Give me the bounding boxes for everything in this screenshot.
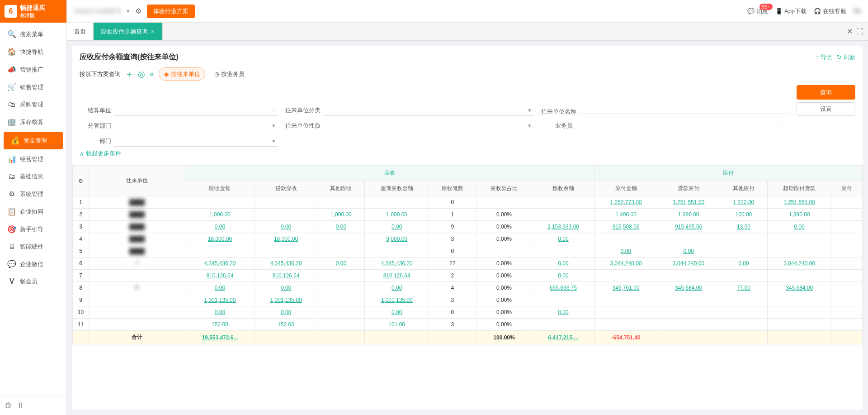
cell-ar_loan[interactable]: 18,000.00 <box>255 233 317 245</box>
sidebar-item-operation[interactable]: 📊 经营管理 <box>0 150 66 168</box>
cell-ar_prepay[interactable]: 0.00 <box>532 270 595 282</box>
header-user[interactable]: Rit <box>854 8 861 14</box>
cell-ar_overdue[interactable]: 0.00 <box>365 221 429 233</box>
total-ar-prepay[interactable]: 6,417,215.... <box>532 331 595 344</box>
cell-ar_other[interactable]: 0.00 <box>317 221 365 233</box>
cell-ar_other[interactable]: 1,000.00 <box>317 209 365 221</box>
edit-scheme-icon[interactable]: ◎ <box>138 69 145 79</box>
cell-ar_other[interactable]: 0.00 <box>317 258 365 270</box>
scheme-by-partner[interactable]: ◈ 按往来单位 <box>159 67 205 81</box>
scheme-by-salesman[interactable]: ◷ 按业务员 <box>210 68 249 80</box>
cell-ap_other[interactable]: 13.00 <box>720 221 767 233</box>
cell-ar_prepay[interactable]: 0.00 <box>532 258 595 270</box>
cell-ar_amount[interactable]: 18,000.00 <box>185 233 255 245</box>
cell-ar_loan[interactable]: 152.00 <box>255 319 317 331</box>
cell-ar_overdue[interactable]: 9,000.00 <box>365 233 429 245</box>
cell-ap_overdue[interactable]: 345,684.00 <box>767 282 831 294</box>
cell-ar_overdue[interactable]: 1,000.00 <box>365 209 429 221</box>
footer-collapse-icon[interactable]: ⏸ <box>16 401 24 410</box>
sidebar-item-corp[interactable]: 📋 企业协同 <box>0 203 66 220</box>
cell-ar_amount[interactable]: 4,345,436.20 <box>185 258 255 270</box>
header-app-download[interactable]: 📱 App下载 <box>775 7 807 15</box>
cell-ap_overdue[interactable]: 0.00 <box>767 221 831 233</box>
cell-ar_overdue[interactable]: 101.00 <box>365 319 429 331</box>
collapse-scheme-icon[interactable]: « <box>150 69 154 79</box>
header-msg[interactable]: 💬 消息 99+ <box>747 7 768 15</box>
settlement-unit-dots[interactable]: ··· <box>269 107 276 114</box>
cell-ap_overdue[interactable]: 1,390.00 <box>767 209 831 221</box>
cell-ap_amount[interactable]: 3,044,240.00 <box>594 258 657 270</box>
salesman-dots[interactable]: ··· <box>780 122 787 129</box>
cell-ar_overdue[interactable]: 810,126.64 <box>365 270 429 282</box>
cell-ap_amount[interactable]: 345,761.00 <box>594 282 657 294</box>
sidebar-item-finance[interactable]: 💰 资金管理 <box>4 132 63 149</box>
cell-ar_amount[interactable]: 0.00 <box>185 306 255 319</box>
header-dropdown-icon[interactable]: ▾ <box>127 8 130 14</box>
sidebar-item-inventory[interactable]: 🏢 库存核算 <box>0 113 66 131</box>
sidebar-item-quick[interactable]: 🏠 快捷导航 <box>0 43 66 61</box>
cell-ar_amount[interactable]: 152.00 <box>185 319 255 331</box>
cell-ap_loan[interactable]: 0.00 <box>657 245 720 258</box>
tab-close-window-icon[interactable]: ✕ <box>847 27 853 36</box>
sidebar-item-system[interactable]: ⚙ 系统管理 <box>0 185 66 203</box>
cell-ap_loan[interactable]: 3,044,240.00 <box>657 258 720 270</box>
sidebar-item-member[interactable]: V 畅会员 <box>0 273 66 290</box>
cell-ap_overdue[interactable]: 1,251,551.00 <box>767 196 831 209</box>
tab-arbalance[interactable]: 应收应付余额查询 ✕ <box>94 23 163 40</box>
sidebar-item-hardware[interactable]: 🖥 智能硬件 <box>0 238 66 255</box>
sidebar-item-purchase[interactable]: 🛍 采购管理 <box>0 96 66 113</box>
cell-ar_prepay[interactable]: 0.00 <box>532 233 595 245</box>
collapse-more-btn[interactable]: ∧ 收起更多条件 <box>80 149 855 157</box>
refresh-button[interactable]: ↻ 刷新 <box>837 53 855 62</box>
cell-ar_loan[interactable]: 0.00 <box>255 306 317 319</box>
cell-ar_amount[interactable]: 0.00 <box>185 282 255 294</box>
sidebar-item-sales[interactable]: 🛒 销售管理 <box>0 78 66 96</box>
cell-ap_overdue[interactable]: 3,044,240.00 <box>767 258 831 270</box>
total-ar-amount[interactable]: 19,553,472,6... <box>185 331 255 344</box>
tab-home[interactable]: 首页 <box>67 23 94 40</box>
cell-ap_loan[interactable]: 1,390.00 <box>657 209 720 221</box>
cell-ar_overdue[interactable]: 1,001,135.00 <box>365 294 429 306</box>
cell-ar_prepay[interactable]: 655,636.75 <box>532 282 595 294</box>
cell-ap_other[interactable]: 1,222.00 <box>720 196 767 209</box>
sidebar-item-marketing[interactable]: 📣 营销推广 <box>0 61 66 78</box>
sidebar-item-wechat[interactable]: 💬 企业微信 <box>0 255 66 273</box>
sidebar-item-search[interactable]: 🔍 搜索菜单 <box>0 25 66 43</box>
setting-button[interactable]: 设置 <box>797 102 855 116</box>
query-button[interactable]: 查询 <box>797 85 855 100</box>
cell-ar_amount[interactable]: 1,001,135.00 <box>185 294 255 306</box>
cell-ap_other[interactable]: 77.00 <box>720 282 767 294</box>
cell-ar_prepay[interactable]: 2,153,333.00 <box>532 221 595 233</box>
cell-ap_amount[interactable]: 1,490.00 <box>594 209 657 221</box>
table-settings-cell[interactable]: ⚙ <box>73 166 89 196</box>
cell-ar_amount[interactable]: 1,000.00 <box>185 209 255 221</box>
header-gear-icon[interactable]: ⚙ <box>135 7 142 15</box>
sidebar-item-guide[interactable]: 🎯 新手引导 <box>0 220 66 238</box>
cell-ap_other[interactable]: 0.00 <box>720 258 767 270</box>
cell-ar_overdue[interactable]: 0.00 <box>365 306 429 319</box>
cell-ar_overdue[interactable]: 0.00 <box>365 282 429 294</box>
cell-ar_amount[interactable]: 810,126.64 <box>185 270 255 282</box>
tab-fullscreen-icon[interactable]: ⛶ <box>856 28 863 36</box>
header-online-service[interactable]: 🎧 在线客服 <box>814 7 846 15</box>
cell-ar_loan[interactable]: 810,126.64 <box>255 270 317 282</box>
sidebar-item-basic[interactable]: 🗂 基础信息 <box>0 168 66 185</box>
cell-ap_other[interactable]: 100.00 <box>720 209 767 221</box>
cell-ar_loan[interactable]: 0.00 <box>255 221 317 233</box>
promo-button[interactable]: 体验行业方案 <box>147 5 195 18</box>
export-button[interactable]: ↑ 导出 <box>816 53 833 62</box>
table-settings-icon[interactable]: ⚙ <box>78 178 83 184</box>
cell-ap_loan[interactable]: 1,251,551.00 <box>657 196 720 209</box>
cell-ap_loan[interactable]: 915,495.56 <box>657 221 720 233</box>
cell-ap_amount[interactable]: 0.00 <box>594 245 657 258</box>
cell-ar_overdue[interactable]: 4,345,436.20 <box>365 258 429 270</box>
tab-close-icon[interactable]: ✕ <box>151 29 155 35</box>
cell-ar_loan[interactable]: 0.00 <box>255 282 317 294</box>
footer-settings-icon[interactable]: ⚙ <box>5 401 12 410</box>
cell-ar_loan[interactable]: 4,345,436.20 <box>255 258 317 270</box>
cell-ap_loan[interactable]: 345,684.00 <box>657 282 720 294</box>
cell-ap_amount[interactable]: 1,252,773.00 <box>594 196 657 209</box>
cell-ap_amount[interactable]: 915,508.56 <box>594 221 657 233</box>
add-scheme-icon[interactable]: ＋ <box>125 69 133 80</box>
cell-ar_loan[interactable]: 1,001,135.00 <box>255 294 317 306</box>
